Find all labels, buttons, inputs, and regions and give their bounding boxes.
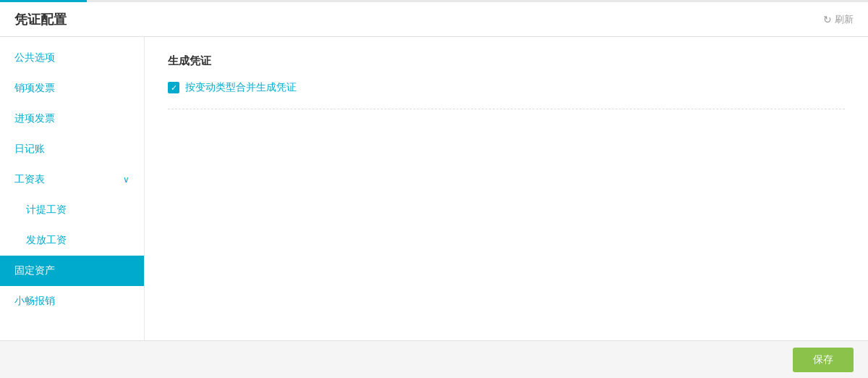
top-progress-bar [0,0,868,2]
refresh-button[interactable]: ↻ 刷新 [823,13,854,26]
chevron-down-icon: ∨ [123,175,129,185]
footer: 保存 [0,340,868,378]
sidebar-item-label: 进项发票 [14,112,55,125]
sidebar-item-journal[interactable]: 日记账 [0,134,144,164]
sidebar-item-label: 小畅报销 [14,295,55,308]
sidebar-item-payroll-table[interactable]: 工资表∨ [0,164,144,195]
main-layout: 公共选项销项发票进项发票日记账工资表∨计提工资发放工资固定资产小畅报销 生成凭证… [0,37,868,340]
sidebar-item-accrued-wages[interactable]: 计提工资 [0,195,144,225]
checkbox-label: 按变动类型合并生成凭证 [185,81,297,94]
merge-checkbox[interactable]: ✓ [168,82,179,93]
content-divider [168,109,845,109]
refresh-label: 刷新 [835,13,854,26]
sidebar-item-label: 计提工资 [26,203,67,217]
sidebar-item-label: 工资表 [14,173,45,186]
sidebar-item-fixed-assets[interactable]: 固定资产 [0,256,144,286]
sidebar-item-label: 发放工资 [26,234,67,247]
sidebar-item-label: 公共选项 [14,51,55,64]
sidebar-item-sales-invoice[interactable]: 销项发票 [0,73,144,104]
section-title: 生成凭证 [168,54,845,68]
sidebar-item-label: 销项发票 [14,82,55,95]
refresh-icon: ↻ [823,14,832,25]
page-title: 凭证配置 [14,11,67,28]
header: 凭证配置 ↻ 刷新 [0,2,868,37]
content-area: 生成凭证 ✓ 按变动类型合并生成凭证 [145,37,868,340]
sidebar-item-label: 日记账 [14,143,45,156]
save-button[interactable]: 保存 [793,348,854,372]
sidebar-item-public-options[interactable]: 公共选项 [0,43,144,73]
sidebar-item-purchase-invoice[interactable]: 进项发票 [0,104,144,134]
sidebar: 公共选项销项发票进项发票日记账工资表∨计提工资发放工资固定资产小畅报销 [0,37,145,340]
checkbox-row[interactable]: ✓ 按变动类型合并生成凭证 [168,81,845,94]
check-icon: ✓ [171,84,177,92]
sidebar-item-pay-wages[interactable]: 发放工资 [0,225,144,256]
top-progress-active [0,0,87,2]
sidebar-item-expense-reimbursement[interactable]: 小畅报销 [0,286,144,316]
sidebar-item-label: 固定资产 [14,264,55,277]
